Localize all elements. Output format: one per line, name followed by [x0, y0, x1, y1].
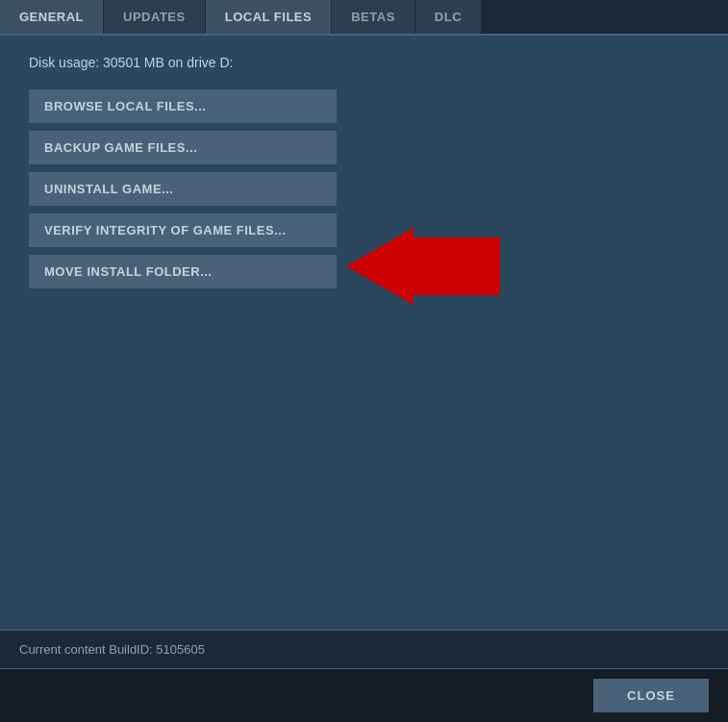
tab-betas[interactable]: BETAS [332, 0, 415, 34]
move-install-folder-button[interactable]: MOVE INSTALL FOLDER... [29, 255, 337, 288]
footer: CLOSE [0, 668, 728, 722]
svg-marker-0 [346, 228, 500, 305]
tab-local-files[interactable]: LOCAL FILES [206, 0, 332, 34]
close-button[interactable]: CLOSE [593, 679, 709, 712]
tab-dlc[interactable]: DLC [415, 0, 482, 34]
action-buttons-container: BROWSE LOCAL FILES... BACKUP GAME FILES.… [29, 89, 337, 288]
disk-usage-label: Disk usage: 30501 MB on drive D: [29, 55, 699, 70]
arrow-annotation [346, 228, 500, 305]
browse-local-files-button[interactable]: BROWSE LOCAL FILES... [29, 89, 337, 123]
content-area: Disk usage: 30501 MB on drive D: BROWSE … [0, 36, 728, 668]
bottom-bar: Current content BuildID: 5105605 [0, 630, 728, 668]
verify-integrity-button[interactable]: VERIFY INTEGRITY OF GAME FILES... [29, 213, 337, 247]
build-id-label: Current content BuildID: 5105605 [19, 642, 205, 657]
tab-general[interactable]: GENERAL [0, 0, 104, 34]
uninstall-game-button[interactable]: UNINSTALL GAME... [29, 172, 337, 206]
local-files-panel: Disk usage: 30501 MB on drive D: BROWSE … [0, 36, 728, 630]
backup-game-files-button[interactable]: BACKUP GAME FILES... [29, 131, 337, 164]
tab-bar: GENERAL UPDATES LOCAL FILES BETAS DLC [0, 0, 728, 36]
tab-updates[interactable]: UPDATES [104, 0, 206, 34]
steam-properties-window: GENERAL UPDATES LOCAL FILES BETAS DLC Di… [0, 0, 728, 722]
